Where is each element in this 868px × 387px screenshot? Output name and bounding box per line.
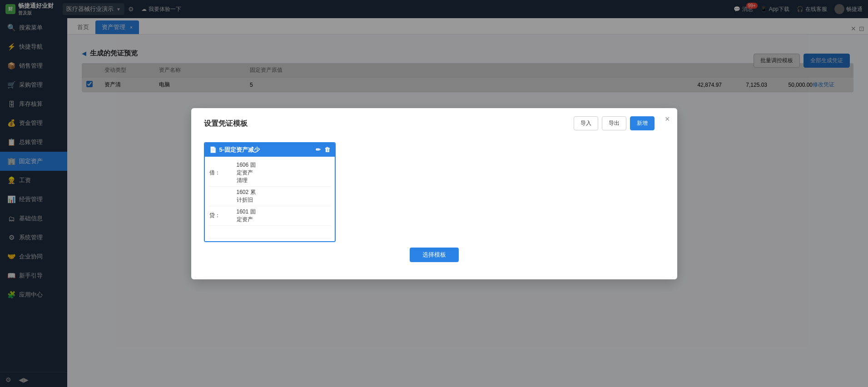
template-entry-2: 1602 累计折旧 <box>208 187 331 206</box>
template-card-title: 5-固定资产减少 <box>219 146 260 154</box>
modal-close-button[interactable]: × <box>665 114 670 124</box>
new-template-button[interactable]: 新增 <box>630 116 655 130</box>
template-doc-icon: 📄 <box>209 146 217 153</box>
template-card-body: 借： 1606 固定资产清理 1602 累计折旧 <box>205 157 335 241</box>
entry-account-3: 1601 固定资产 <box>237 208 258 223</box>
import-button[interactable]: 导入 <box>574 116 598 130</box>
page-content: ◀ 生成的凭证预览 批量调控模板 全部生成凭证 变动类型 资产名称 固定资产原值 <box>67 35 868 387</box>
modal-actions: 导入 导出 新增 <box>574 116 655 130</box>
modal-overlay: × 设置凭证模板 导入 导出 新增 📄 5-固定资产减少 <box>67 35 868 387</box>
entry-account-1: 1606 固定资产清理 <box>237 161 258 184</box>
content-area: 首页 资产管理 × ✕ ⊡ ◀ 生成的凭证预览 批 <box>67 18 868 387</box>
set-template-modal: × 设置凭证模板 导入 导出 新增 📄 5-固定资产减少 <box>191 108 677 279</box>
template-card-header: 📄 5-固定资产减少 ✏ 🗑 <box>205 143 335 157</box>
main-layout: 🔍 搜索菜单 ⚡ 快捷导航 📦 销售管理 🛒 采购管理 🗄 库存核算 💰 资金管… <box>0 18 868 387</box>
template-entry-empty <box>208 226 331 238</box>
template-delete-icon[interactable]: 🗑 <box>324 146 330 153</box>
template-entry-3: 贷： 1601 固定资产 <box>208 206 331 226</box>
template-list: 📄 5-固定资产减少 ✏ 🗑 <box>204 138 665 268</box>
entry-direction-3: 贷： <box>209 212 237 219</box>
entry-account-2: 1602 累计折旧 <box>237 189 258 204</box>
template-card[interactable]: 📄 5-固定资产减少 ✏ 🗑 <box>204 142 336 242</box>
select-template-button[interactable]: 选择模板 <box>410 248 459 262</box>
entry-direction-1: 借： <box>209 169 237 177</box>
template-card-actions: ✏ 🗑 <box>316 146 330 153</box>
template-entry-1: 借： 1606 固定资产清理 <box>208 159 331 187</box>
export-button[interactable]: 导出 <box>602 116 626 130</box>
template-edit-icon[interactable]: ✏ <box>316 146 321 153</box>
